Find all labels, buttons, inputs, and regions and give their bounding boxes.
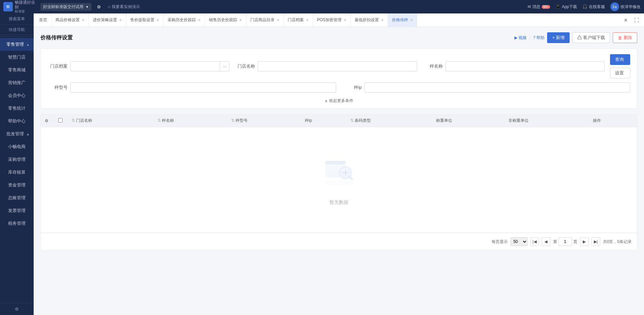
svg-point-0 bbox=[324, 180, 354, 185]
tab-8[interactable]: POS加密管理✕ bbox=[313, 13, 351, 27]
video-link[interactable]: ▶ 视频 bbox=[514, 35, 527, 41]
messages-btn[interactable]: ✉ 消息 99+ bbox=[528, 4, 550, 10]
sidebar-item-12[interactable]: 总账管理 bbox=[0, 191, 34, 204]
store-name-input[interactable] bbox=[258, 61, 417, 71]
online-service-btn[interactable]: 🎧 在线客服 bbox=[582, 4, 605, 10]
top-bar-right: ✉ 消息 99+ 📱 App下载 🎧 在线客服 Ea 徐泽华修改 bbox=[528, 2, 641, 11]
sidebar-item-8[interactable]: 小畅电商 bbox=[0, 140, 34, 153]
sidebar-item-label-13: 发票管理 bbox=[4, 208, 30, 214]
prev-page-btn[interactable]: ◀ bbox=[542, 237, 550, 246]
collapse-button[interactable]: ∧ 收起更多条件 bbox=[325, 98, 353, 104]
add-button[interactable]: + 新增 bbox=[547, 32, 570, 43]
tab-close-8[interactable]: ✕ bbox=[344, 18, 346, 22]
sidebar-item-3[interactable]: 营销推广 bbox=[0, 76, 34, 89]
tab-fullscreen-btn[interactable]: ⛶ bbox=[632, 15, 641, 25]
settings-icon[interactable]: ⚙ bbox=[95, 3, 103, 11]
help-icon: ? bbox=[533, 35, 535, 40]
sidebar-item-label-3: 营销推广 bbox=[4, 80, 30, 86]
tab-4[interactable]: 采购历史价跟踪✕ bbox=[164, 13, 205, 27]
scale-model-label: 秤型号 bbox=[47, 84, 68, 91]
sidebar-item-9[interactable]: 采购管理 bbox=[0, 153, 34, 166]
tab-close-3[interactable]: ✕ bbox=[156, 18, 159, 22]
tab-close-7[interactable]: ✕ bbox=[306, 18, 309, 22]
version-selector[interactable]: 好业财标准版交付试用 ▼ bbox=[40, 3, 92, 11]
search-field-scale-model: 秤型号 bbox=[47, 82, 336, 93]
delete-button[interactable]: 🗑 删除 bbox=[613, 32, 637, 43]
search-field-store-name: 门店名称 bbox=[235, 61, 417, 71]
tab-close-1[interactable]: ✕ bbox=[82, 18, 84, 22]
sidebar-item-label-1: 智慧门店 bbox=[4, 54, 30, 60]
store-file-more-btn[interactable]: ··· bbox=[220, 62, 229, 71]
tab-close-btn[interactable]: ✕ bbox=[621, 15, 631, 25]
tab-9[interactable]: 最低折扣设置✕ bbox=[351, 13, 388, 27]
sidebar-item-4[interactable]: 会员中心 bbox=[0, 89, 34, 102]
sidebar: 搜索菜单 快捷导航 零售管理▲智慧门店零售商城营销推广会员中心零售统计帮助中心批… bbox=[0, 13, 34, 315]
tab-label-10: 价格传秤 bbox=[392, 17, 408, 23]
sidebar-item-10[interactable]: 库存核算 bbox=[0, 166, 34, 179]
select-all-checkbox[interactable] bbox=[58, 118, 63, 123]
query-button[interactable]: 查询 bbox=[610, 54, 630, 65]
tab-close-5[interactable]: ✕ bbox=[239, 18, 242, 22]
avatar: Ea bbox=[610, 2, 619, 11]
per-page-select[interactable]: 50 10 20 100 bbox=[510, 237, 528, 246]
last-page-btn[interactable]: ▶| bbox=[592, 237, 600, 246]
tab-2[interactable]: 进价策略设置✕ bbox=[89, 13, 126, 27]
sidebar-item-1[interactable]: 智慧门店 bbox=[0, 51, 34, 64]
table-settings-icon[interactable]: ⚙ bbox=[45, 118, 48, 123]
tab-close-6[interactable]: ✕ bbox=[277, 18, 279, 22]
app-container: 畅 畅捷通好业财 标准版 好业财标准版交付试用 ▼ ⚙ ○ 我要看实例演示 ✉ … bbox=[0, 0, 644, 315]
sidebar-item-5[interactable]: 零售统计 bbox=[0, 102, 34, 115]
store-file-input[interactable] bbox=[71, 62, 220, 71]
page-input[interactable] bbox=[559, 237, 572, 246]
tab-label-9: 最低折扣设置 bbox=[355, 17, 379, 23]
tab-label-5: 销售历史价跟踪 bbox=[209, 17, 237, 23]
tab-1[interactable]: 商品价格设置✕ bbox=[51, 13, 89, 27]
sidebar-item-11[interactable]: 资金管理 bbox=[0, 179, 34, 191]
tab-7[interactable]: 门店档案✕ bbox=[284, 13, 313, 27]
app-logo: 畅 畅捷通好业财 标准版 bbox=[3, 0, 37, 13]
scale-name-input[interactable] bbox=[445, 61, 605, 71]
empty-illustration bbox=[319, 154, 359, 188]
scale-model-input[interactable] bbox=[70, 82, 336, 93]
sidebar-settings-icon[interactable]: ⚙ bbox=[15, 307, 19, 312]
next-page-btn[interactable]: ▶ bbox=[580, 237, 589, 246]
sidebar-item-7[interactable]: 批发管理▲ bbox=[0, 128, 34, 140]
first-page-btn[interactable]: |◀ bbox=[530, 237, 539, 246]
sidebar-item-label-14: 税务管理 bbox=[4, 220, 30, 226]
sidebar-search[interactable]: 搜索菜单 bbox=[0, 13, 34, 25]
sidebar-item-0[interactable]: 零售管理▲ bbox=[0, 38, 34, 51]
tab-0[interactable]: 首页 bbox=[35, 13, 51, 27]
sidebar-item-2[interactable]: 零售商城 bbox=[0, 64, 34, 76]
pagination: 每页显示 50 10 20 100 |◀ ◀ 算 页 bbox=[41, 233, 637, 250]
sidebar-item-14[interactable]: 税务管理 bbox=[0, 217, 34, 230]
demo-link[interactable]: ○ 我要看实例演示 bbox=[106, 4, 140, 10]
user-menu[interactable]: Ea 徐泽华修改 bbox=[610, 2, 641, 11]
app-download-btn[interactable]: 📱 App下载 bbox=[556, 4, 577, 10]
col-scale-name-sort-icon: ⇅ bbox=[157, 118, 161, 123]
tab-label-8: POS加密管理 bbox=[317, 17, 342, 23]
tab-close-10[interactable]: ✕ bbox=[410, 18, 413, 22]
tab-close-2[interactable]: ✕ bbox=[119, 18, 122, 22]
sidebar-item-6[interactable]: 帮助中心 bbox=[0, 115, 34, 128]
tab-close-9[interactable]: ✕ bbox=[381, 18, 384, 22]
sidebar-quick-nav[interactable]: 快捷导航 bbox=[0, 25, 34, 35]
empty-icon bbox=[319, 154, 359, 194]
set-button[interactable]: 设置 bbox=[610, 68, 630, 78]
tab-10[interactable]: 价格传秤✕ bbox=[388, 13, 417, 27]
tab-6[interactable]: 门店商品目录✕ bbox=[246, 13, 284, 27]
scale-ip-input[interactable] bbox=[364, 82, 630, 93]
sidebar-item-label-10: 库存核算 bbox=[4, 169, 30, 175]
tab-5[interactable]: 销售历史价跟踪✕ bbox=[205, 13, 246, 27]
page-header: 价格传秤设置 ▶ 视频 | ? 帮助 + 新增 bbox=[40, 32, 637, 43]
tab-3[interactable]: 售价提取设置✕ bbox=[126, 13, 164, 27]
download-button[interactable]: 凸 客户端下载 bbox=[572, 32, 610, 43]
help-link[interactable]: ? 帮助 bbox=[533, 35, 544, 41]
sidebar-arrow-icon-0: ▲ bbox=[26, 43, 30, 46]
scale-name-label: 秤名称 bbox=[423, 63, 443, 69]
action-divider: | bbox=[529, 35, 530, 40]
col-scale-model-sort-icon: ⇅ bbox=[231, 118, 235, 123]
logo-icon: 畅 bbox=[3, 2, 13, 11]
sidebar-item-label-2: 零售商城 bbox=[4, 67, 30, 73]
sidebar-item-13[interactable]: 发票管理 bbox=[0, 204, 34, 217]
tab-close-4[interactable]: ✕ bbox=[198, 18, 201, 22]
